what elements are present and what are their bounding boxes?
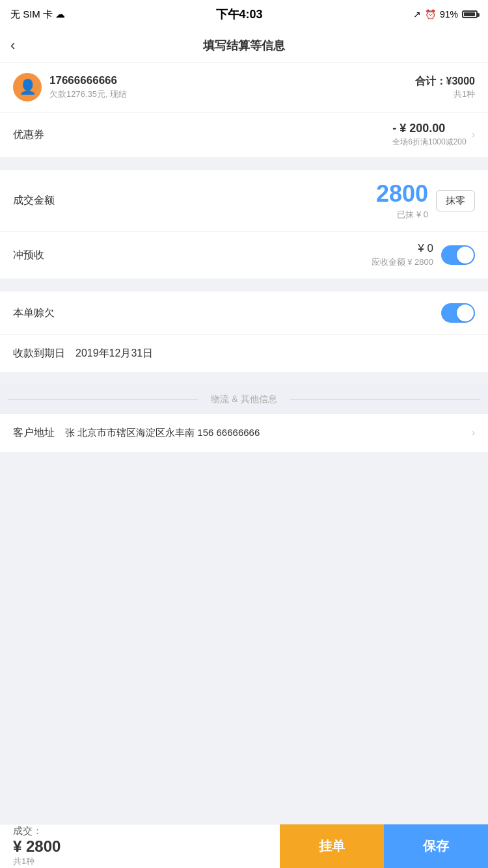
address-label: 客户地址 (13, 426, 55, 440)
avatar-icon: 👤 (19, 79, 36, 96)
user-sub: 欠款1276.35元, 现结 (49, 88, 127, 100)
due-row: 收款到期日 2019年12月31日 (0, 334, 488, 372)
logistics-divider-text: 物流 & 其他信息 (206, 394, 282, 405)
back-button[interactable]: ‹ (10, 37, 15, 54)
user-info: 17666666666 欠款1276.35元, 现结 (49, 74, 127, 100)
bottom-spacer (0, 452, 488, 582)
bottom-transaction-label: 成交： (13, 825, 267, 837)
total-amount: 合计：¥3000 (415, 75, 476, 88)
charge-row: 冲预收 ¥ 0 应收金额 ¥ 2800 (0, 231, 488, 278)
status-time: 下午4:03 (216, 7, 263, 22)
avatar: 👤 (13, 73, 42, 102)
save-button[interactable]: 保存 (384, 824, 488, 869)
user-phone: 17666666666 (49, 74, 127, 87)
charge-right: ¥ 0 应收金额 ¥ 2800 (372, 242, 475, 268)
status-right: ↗ ⏰ 91% (413, 9, 478, 20)
battery-percent: 91% (440, 9, 458, 20)
separator-2 (0, 285, 488, 292)
coupon-row[interactable]: 优惠券 - ¥ 200.00 全场6折满1000减200 › (0, 112, 488, 157)
debt-toggle[interactable] (441, 303, 475, 323)
address-row[interactable]: 客户地址 张 北京市市辖区海淀区永丰南 156 66666666 › (0, 414, 488, 452)
debt-row: 本单赊欠 (0, 292, 488, 334)
debt-section: 本单赊欠 收款到期日 2019年12月31日 (0, 292, 488, 372)
amount-section: 成交金额 2800 已抹 ¥ 0 抹零 冲预收 ¥ 0 应收金额 ¥ 2800 (0, 170, 488, 278)
status-bar: 无 SIM 卡 ☁ 下午4:03 ↗ ⏰ 91% (0, 0, 488, 29)
due-value: 2019年12月31日 (75, 347, 153, 360)
coupon-amount: - ¥ 200.00 (392, 122, 466, 135)
charge-sub: 应收金额 ¥ 2800 (372, 256, 433, 268)
charge-label: 冲预收 (13, 249, 44, 262)
charge-main: ¥ 0 (372, 242, 433, 255)
coupon-sub: 全场6折满1000减200 (392, 137, 466, 148)
nav-bar: ‹ 填写结算等信息 (0, 29, 488, 62)
amount-row: 成交金额 2800 已抹 ¥ 0 抹零 (0, 170, 488, 231)
chevron-right-icon: › (472, 129, 475, 141)
coupon-label: 优惠券 (13, 128, 44, 142)
amount-sub: 已抹 ¥ 0 (376, 209, 428, 221)
hang-button[interactable]: 挂单 (280, 824, 384, 869)
bottom-amount: ¥ 2800 (13, 837, 267, 856)
user-row: 👤 17666666666 欠款1276.35元, 现结 合计：¥3000 共1… (0, 62, 488, 112)
logistics-divider: 物流 & 其他信息 (0, 385, 488, 414)
bottom-count: 共1种 (13, 856, 267, 867)
round-button[interactable]: 抹零 (436, 190, 475, 211)
amount-value: 2800 (376, 180, 428, 208)
address-chevron-icon: › (472, 427, 475, 439)
user-card: 👤 17666666666 欠款1276.35元, 现结 合计：¥3000 共1… (0, 62, 488, 157)
bottom-left: 成交： ¥ 2800 共1种 (0, 825, 280, 867)
user-left: 👤 17666666666 欠款1276.35元, 现结 (13, 73, 127, 102)
debt-label: 本单赊欠 (13, 306, 55, 320)
sim-signal: 无 SIM 卡 ☁ (10, 8, 65, 21)
main-content: 👤 17666666666 欠款1276.35元, 现结 合计：¥3000 共1… (0, 62, 488, 582)
charge-toggle[interactable] (441, 245, 475, 265)
page-title: 填写结算等信息 (203, 38, 285, 53)
due-label: 收款到期日 (13, 347, 65, 360)
charge-values: ¥ 0 应收金额 ¥ 2800 (372, 242, 433, 268)
separator-1 (0, 163, 488, 170)
battery-icon (462, 10, 478, 18)
status-left: 无 SIM 卡 ☁ (10, 8, 65, 21)
alarm-icon: ⏰ (425, 9, 436, 20)
coupon-right: - ¥ 200.00 全场6折满1000减200 › (392, 122, 475, 148)
separator-3 (0, 379, 488, 385)
bottom-bar: 成交： ¥ 2800 共1种 挂单 保存 (0, 824, 488, 868)
amount-right: 2800 已抹 ¥ 0 抹零 (376, 180, 475, 221)
address-value: 张 北京市市辖区海淀区永丰南 156 66666666 (65, 426, 472, 441)
user-total: 合计：¥3000 共1种 (415, 75, 476, 100)
amount-label: 成交金额 (13, 194, 55, 208)
location-icon: ↗ (413, 9, 421, 20)
total-count: 共1种 (415, 88, 476, 100)
